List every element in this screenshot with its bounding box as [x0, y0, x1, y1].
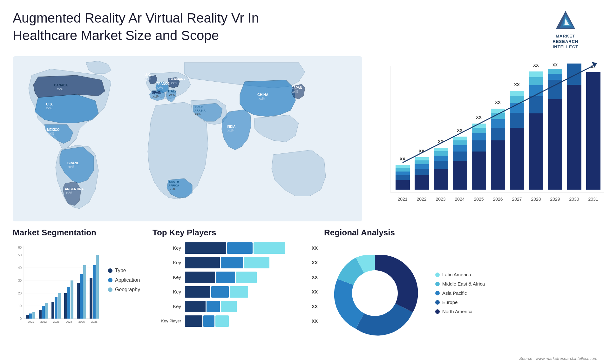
svg-text:ARABIA: ARABIA	[194, 109, 206, 112]
player-bar-seg2-2	[221, 257, 243, 268]
svg-text:U.K.: U.K.	[145, 73, 151, 77]
top-content: CANADA xx% U.S. xx% MEXICO xx% BRAZIL xx…	[0, 56, 610, 221]
svg-rect-89	[548, 74, 562, 80]
player-bar-seg1-3	[185, 272, 215, 283]
svg-text:XX: XX	[533, 63, 539, 68]
svg-text:xx%: xx%	[46, 106, 52, 110]
svg-text:XX: XX	[514, 82, 520, 87]
player-bar-seg1-5	[185, 301, 206, 312]
svg-text:xx%: xx%	[169, 93, 175, 97]
svg-text:ITALY: ITALY	[168, 90, 177, 93]
player-bars-2	[185, 257, 306, 268]
svg-text:XX: XX	[552, 63, 558, 67]
svg-rect-54	[434, 151, 448, 156]
svg-text:XX: XX	[495, 100, 501, 105]
svg-rect-141	[77, 283, 80, 319]
application-label: Application	[115, 277, 140, 283]
svg-text:CANADA: CANADA	[54, 84, 68, 87]
svg-text:xx%: xx%	[170, 188, 175, 191]
player-label-4: Key	[152, 289, 181, 294]
svg-text:2027: 2027	[512, 197, 522, 202]
svg-rect-129	[39, 310, 42, 319]
svg-text:10: 10	[18, 304, 22, 308]
svg-rect-84	[529, 77, 543, 85]
player-row-1: Key XX	[152, 242, 318, 254]
svg-rect-41	[396, 172, 410, 175]
player-bar-seg2-6	[203, 315, 214, 327]
player-row-6: Key Player XX	[152, 315, 318, 327]
latin-dot	[435, 273, 440, 277]
svg-text:2021: 2021	[397, 197, 407, 202]
svg-rect-137	[64, 293, 67, 319]
svg-rect-93	[567, 64, 581, 85]
player-bar-seg2-5	[207, 301, 220, 312]
segmentation-section: Market Segmentation 0 10 20 30 40 50 60	[13, 228, 146, 364]
svg-text:xx%: xx%	[195, 112, 200, 116]
regional-legend: Latin America Middle East & Africa Asia …	[435, 272, 485, 314]
player-bar-seg3-4	[230, 286, 248, 298]
svg-rect-51	[434, 169, 448, 190]
svg-rect-40	[396, 175, 410, 180]
svg-rect-138	[67, 287, 70, 319]
svg-rect-48	[415, 160, 429, 164]
svg-text:2022: 2022	[40, 320, 47, 323]
svg-text:2021: 2021	[28, 320, 34, 323]
player-bars-1	[185, 242, 306, 254]
svg-text:20: 20	[18, 292, 22, 295]
geography-dot	[108, 287, 112, 292]
player-bar-seg3-6	[215, 315, 229, 327]
svg-text:CHINA: CHINA	[257, 93, 268, 97]
svg-rect-139	[71, 280, 73, 319]
player-bar-seg3-3	[236, 272, 257, 283]
player-bar-seg1-1	[185, 242, 226, 254]
svg-rect-60	[453, 140, 467, 145]
svg-rect-69	[491, 140, 505, 190]
reg-legend-latin: Latin America	[435, 272, 485, 277]
svg-text:ARGENTINA: ARGENTINA	[65, 187, 84, 191]
svg-rect-66	[472, 128, 486, 133]
player-bar-seg1-6	[185, 315, 202, 327]
svg-rect-61	[453, 137, 467, 140]
svg-text:INDIA: INDIA	[227, 125, 235, 128]
player-bars-4	[185, 286, 306, 298]
svg-rect-70	[491, 128, 505, 140]
svg-text:xx%: xx%	[145, 77, 151, 80]
player-value-4: XX	[312, 289, 318, 294]
type-label: Type	[115, 268, 126, 273]
svg-rect-45	[415, 175, 429, 190]
svg-rect-39	[396, 180, 410, 190]
svg-rect-81	[529, 113, 543, 190]
mea-label: Middle East & Africa	[442, 281, 485, 286]
player-bar-seg2-4	[211, 286, 229, 298]
svg-text:U.S.: U.S.	[46, 102, 53, 106]
svg-rect-94	[586, 72, 600, 190]
svg-rect-85	[529, 71, 543, 77]
svg-rect-131	[45, 303, 48, 319]
player-bar-seg2-1	[227, 242, 253, 254]
svg-rect-145	[90, 278, 92, 319]
segmentation-title: Market Segmentation	[13, 228, 146, 238]
svg-text:2026: 2026	[91, 320, 98, 323]
apac-label: Asia Pacific	[442, 290, 467, 296]
player-bar-seg3-1	[254, 242, 285, 254]
svg-text:AFRICA: AFRICA	[168, 184, 179, 187]
legend-type: Type	[108, 268, 140, 273]
player-bars-6	[185, 315, 306, 327]
svg-rect-49	[415, 157, 429, 160]
svg-rect-130	[42, 306, 45, 319]
source-text: Source : www.marketresearchintellect.com	[519, 356, 597, 361]
svg-rect-55	[434, 148, 448, 151]
svg-rect-126	[29, 313, 32, 319]
svg-text:2029: 2029	[550, 197, 560, 202]
svg-rect-73	[491, 109, 505, 113]
player-row-4: Key XX	[152, 286, 318, 298]
player-row-5: Key XX	[152, 301, 318, 312]
brand-logo-icon	[554, 10, 577, 32]
legend-geography: Geography	[108, 287, 140, 293]
page-title: Augmented Reality Ar Virtual Reality Vr …	[13, 10, 299, 44]
svg-rect-57	[453, 161, 467, 190]
svg-rect-90	[548, 69, 562, 74]
svg-text:SPAIN: SPAIN	[152, 91, 161, 94]
na-label: North America	[442, 309, 472, 314]
regional-section: Regional Analysis	[324, 228, 597, 364]
